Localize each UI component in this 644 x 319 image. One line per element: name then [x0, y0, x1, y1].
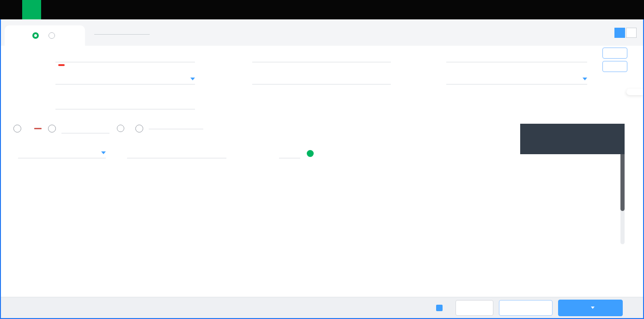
- bill-type-field-group: [398, 72, 587, 84]
- footer-bar: [1, 297, 643, 318]
- doc-date-input[interactable]: [94, 31, 150, 35]
- totals-section: [1, 118, 643, 158]
- order-discount-input[interactable]: [61, 123, 109, 133]
- due-date-label: [204, 75, 246, 84]
- salesman-label: [398, 60, 440, 62]
- remark-label: [9, 107, 49, 109]
- price-track-checkbox[interactable]: [436, 305, 445, 311]
- document-toolbar: [1, 19, 643, 46]
- minus-icon: [34, 128, 42, 129]
- customer-label: [9, 53, 49, 62]
- currency-icon: [13, 125, 21, 132]
- account-input[interactable]: [127, 146, 226, 158]
- card-view-toggle[interactable]: [626, 28, 637, 38]
- view-toggles: [614, 28, 637, 38]
- list-view-toggle[interactable]: [614, 28, 625, 38]
- address-label: [9, 82, 49, 84]
- chevron-down-icon[interactable]: [583, 78, 587, 80]
- credit-period-tag: [58, 64, 65, 66]
- customer-input[interactable]: [55, 50, 195, 62]
- sales-order-radio[interactable]: [32, 32, 41, 39]
- deal-amount-value: [149, 127, 203, 129]
- help-icon[interactable]: [117, 125, 124, 132]
- radio-selected-icon: [32, 32, 39, 39]
- active-document-tab[interactable]: [22, 0, 41, 19]
- due-date-input[interactable]: [252, 72, 391, 84]
- warehouse-input[interactable]: [252, 50, 391, 62]
- address-field-group: [9, 72, 195, 84]
- warehouse-label: [204, 53, 246, 62]
- order-type-switch: [5, 25, 85, 46]
- salesman-field-group: [398, 50, 587, 62]
- home-tab[interactable]: [0, 0, 15, 19]
- return-order-radio[interactable]: [49, 32, 57, 39]
- checkbox-checked-icon: [436, 305, 443, 311]
- currency-icon: [48, 125, 56, 132]
- chevron-down-icon[interactable]: [101, 151, 106, 154]
- totals-panel: [520, 124, 625, 154]
- cancel-button[interactable]: [456, 300, 493, 316]
- doc-date-group: [90, 31, 150, 35]
- due-date-field-group: [204, 72, 391, 84]
- address-select[interactable]: [55, 72, 195, 84]
- settle-method-select[interactable]: [18, 146, 106, 158]
- bill-type-label: [398, 75, 440, 84]
- order-header-form: [1, 46, 643, 118]
- side-rail: [626, 89, 643, 95]
- side-buttons: [602, 48, 627, 72]
- radio-unselected-icon: [49, 32, 55, 39]
- chevron-down-icon: [591, 307, 595, 309]
- warehouse-field-group: [204, 50, 391, 62]
- top-tab-bar: [0, 0, 644, 19]
- sales-order-page: [0, 19, 644, 319]
- remark-input[interactable]: [55, 97, 195, 109]
- settings-button[interactable]: [602, 48, 627, 59]
- save-new-button[interactable]: [558, 300, 623, 316]
- plus-circle-icon: [307, 150, 314, 157]
- bill-type-select[interactable]: [446, 72, 587, 84]
- salesman-input[interactable]: [446, 50, 587, 62]
- logistics-button[interactable]: [602, 61, 627, 72]
- chevron-down-icon[interactable]: [190, 78, 195, 80]
- save-draft-button[interactable]: [499, 300, 553, 316]
- add-payment-button[interactable]: [307, 150, 316, 157]
- pay-amount-input[interactable]: [279, 148, 300, 158]
- currency-icon: [135, 125, 143, 132]
- remark-field-group: [9, 97, 195, 109]
- customer-field-group: [9, 50, 195, 62]
